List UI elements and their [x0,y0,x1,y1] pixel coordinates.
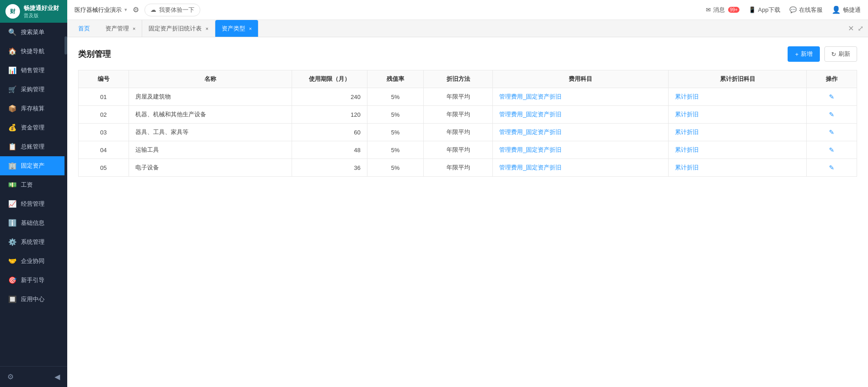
main-area: 医疗器械行业演示 ▾ ⚙ ☁ 我要体验一下 ✉ 消息 99+ 📱 App下载 💬… [67,0,868,387]
company-selector[interactable]: 医疗器械行业演示 ▾ [74,6,127,14]
cell-expense-3: 管理费用_固定资产折旧 [493,141,669,159]
user-icon: 👤 [832,5,841,14]
col-header-4: 折旧方法 [424,70,493,88]
topbar-right: ✉ 消息 99+ 📱 App下载 💬 在线客服 👤 畅捷通 [706,5,861,14]
refresh-button[interactable]: ↻ 刷新 [824,46,857,62]
sidebar-label-basic: 基础信息 [21,219,45,227]
logo-sub: 普及版 [24,12,59,19]
tab-label-asset-type: 资产类型 [222,25,245,33]
topbar: 医疗器械行业演示 ▾ ⚙ ☁ 我要体验一下 ✉ 消息 99+ 📱 App下载 💬… [67,0,868,20]
col-header-0: 编号 [79,70,129,88]
sidebar-item-collab[interactable]: 🤝企业协同 [0,252,67,271]
user-button[interactable]: 👤 畅捷通 [832,5,861,14]
cell-accu-0: 累计折旧 [669,88,807,106]
cell-period-1: 120 [292,106,367,124]
logo-text: 畅捷通好业财 [24,4,59,12]
salary-icon: 💵 [8,181,16,189]
tab-home[interactable]: 首页 [72,20,99,37]
sidebar-item-operations[interactable]: 📈经营管理 [0,194,67,213]
cell-method-4: 年限平均 [424,159,493,177]
cloud-icon: ☁ [150,6,156,13]
cell-period-2: 60 [292,124,367,141]
col-header-1: 名称 [129,70,292,88]
tab-close-asset-mgmt[interactable]: × [133,26,135,31]
cell-residual-0: 5% [367,88,423,106]
guide-icon: 🎯 [8,276,16,284]
cell-edit-1[interactable]: ✎ [807,106,857,124]
cell-edit-2[interactable]: ✎ [807,124,857,141]
sidebar-item-basic[interactable]: ℹ️基础信息 [0,213,67,233]
col-header-3: 残值率 [367,70,423,88]
refresh-icon: ↻ [831,51,836,58]
purchase-icon: 🛒 [8,85,16,94]
sidebar-label-funds: 资金管理 [21,124,45,132]
cell-name-0: 房屋及建筑物 [129,88,292,106]
tab-close-depreciation[interactable]: × [205,26,208,31]
sidebar-item-system[interactable]: ⚙️系统管理 [0,233,67,252]
sidebar-logo: 财 畅捷通好业财 普及版 [0,0,67,23]
fixed-icon: 🏢 [8,162,16,170]
cell-expense-2: 管理费用_固定资产折旧 [493,124,669,141]
user-name: 畅捷通 [843,6,861,14]
tab-close-asset-type[interactable]: × [249,26,252,31]
col-header-2: 使用期限（月） [292,70,367,88]
sidebar-item-ledger[interactable]: 📋总账管理 [0,137,67,156]
tab-asset-type[interactable]: 资产类型× [215,20,258,37]
message-icon: ✉ [706,6,711,13]
sidebar-item-search[interactable]: 🔍搜索菜单 [0,23,67,42]
cell-residual-3: 5% [367,141,423,159]
company-name: 医疗器械行业演示 [74,6,122,14]
sidebar-label-operations: 经营管理 [21,200,45,208]
messages-button[interactable]: ✉ 消息 99+ [706,6,739,14]
sidebar-label-search: 搜索菜单 [21,28,45,36]
sidebar-item-funds[interactable]: 💰资金管理 [0,118,67,137]
sales-icon: 📊 [8,66,16,74]
sidebar-item-inventory[interactable]: 📦库存核算 [0,99,67,118]
cell-method-3: 年限平均 [424,141,493,159]
sidebar-label-fixed: 固定资产 [21,162,45,170]
cell-edit-4[interactable]: ✎ [807,159,857,177]
new-button[interactable]: + 新增 [788,46,820,62]
tabbar: 首页资产管理×固定资产折旧统计表×资产类型× ✕ ⤢ [67,20,868,37]
tab-label-depreciation: 固定资产折旧统计表 [149,25,202,33]
messages-label: 消息 [713,6,725,14]
toggle-sidebar-icon[interactable]: ◀ [55,372,60,381]
table-row: 04 运输工具 48 5% 年限平均 管理费用_固定资产折旧 累计折旧 ✎ [79,141,857,159]
sidebar-item-quicknav[interactable]: 🏠快捷导航 [0,42,67,61]
tab-depreciation[interactable]: 固定资产折旧统计表× [142,20,215,37]
cell-period-3: 48 [292,141,367,159]
sidebar-label-purchase: 采购管理 [21,85,45,94]
sidebar-label-appcenter: 应用中心 [21,295,45,303]
support-label: 在线客服 [799,6,823,14]
experience-label: 我要体验一下 [159,6,194,14]
sidebar-item-sales[interactable]: 📊销售管理 [0,61,67,80]
cell-edit-0[interactable]: ✎ [807,88,857,106]
cell-accu-4: 累计折旧 [669,159,807,177]
app-download-button[interactable]: 📱 App下载 [749,6,780,14]
sidebar-label-guide: 新手引导 [21,276,45,284]
funds-icon: 💰 [8,124,16,132]
tab-label-asset-mgmt: 资产管理 [105,25,129,33]
data-table: 编号名称使用期限（月）残值率折旧方法费用科目累计折旧科目操作 01 房屋及建筑物… [78,70,857,177]
col-header-5: 费用科目 [493,70,669,88]
tab-asset-mgmt[interactable]: 资产管理× [99,20,142,37]
cell-period-4: 36 [292,159,367,177]
sidebar-item-appcenter[interactable]: 🔲应用中心 [0,290,67,309]
ledger-icon: 📋 [8,143,16,151]
topbar-settings-icon[interactable]: ⚙ [133,5,139,14]
support-button[interactable]: 💬 在线客服 [789,6,823,14]
sidebar-item-guide[interactable]: 🎯新手引导 [0,271,67,290]
cell-code-4: 05 [79,159,129,177]
cell-edit-3[interactable]: ✎ [807,141,857,159]
settings-footer-icon[interactable]: ⚙ [7,372,14,381]
sidebar-item-fixed[interactable]: 🏢固定资产 [0,156,67,175]
phone-icon: 📱 [749,6,756,13]
expand-window-icon[interactable]: ⤢ [858,24,863,33]
sidebar-item-salary[interactable]: 💵工资 [0,175,67,194]
sidebar-item-purchase[interactable]: 🛒采购管理 [0,80,67,99]
page-header: 类别管理 + 新增 ↻ 刷新 [78,46,857,62]
message-badge: 99+ [728,7,739,13]
experience-button[interactable]: ☁ 我要体验一下 [144,4,200,16]
cell-expense-0: 管理费用_固定资产折旧 [493,88,669,106]
close-window-icon[interactable]: ✕ [848,24,854,33]
